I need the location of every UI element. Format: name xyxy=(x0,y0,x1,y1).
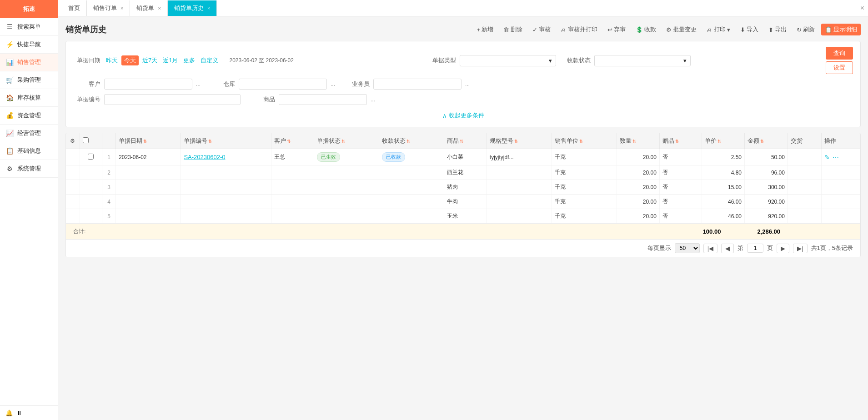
shortcut-last1month[interactable]: 近1月 xyxy=(161,55,180,65)
show-detail-button[interactable]: 📋 显示明细 xyxy=(821,24,861,35)
row2-num: 2 xyxy=(102,165,116,180)
close-history-icon[interactable]: × xyxy=(207,5,210,11)
row3-doc-status xyxy=(314,180,379,195)
sidebar-item-sales-mgmt[interactable]: 📊 销售管理 xyxy=(0,54,58,71)
next-page-button[interactable]: ▶ xyxy=(777,244,789,253)
th-doc-status[interactable]: 单据状态 ⇅ xyxy=(314,133,379,149)
last-page-button[interactable]: ▶| xyxy=(793,244,807,253)
th-goods[interactable]: 商品 ⇅ xyxy=(444,133,487,149)
refresh-icon: ↻ xyxy=(797,26,802,33)
th-spec-type[interactable]: 规格型号 ⇅ xyxy=(487,133,552,149)
sidebar-label-inventory: 库存核算 xyxy=(17,94,41,102)
th-doc-no[interactable]: 单据编号 ⇅ xyxy=(181,133,271,149)
sidebar-item-finance-mgmt[interactable]: 💰 资金管理 xyxy=(0,107,58,125)
footer-values: 100.00 2,286.00 xyxy=(85,228,853,235)
import-button[interactable]: ⬇ 导入 xyxy=(737,24,762,35)
shortcut-today[interactable]: 今天 xyxy=(121,55,139,65)
goods-input[interactable] xyxy=(279,94,367,105)
audit-button[interactable]: ✓ 审核 xyxy=(529,24,554,35)
tab-home[interactable]: 首页 xyxy=(62,0,87,16)
sidebar-item-base-info[interactable]: 📋 基础信息 xyxy=(0,142,58,160)
notification-icon[interactable]: 🔔 xyxy=(5,410,13,416)
salesperson-more-dots[interactable]: ... xyxy=(465,81,470,87)
th-gift[interactable]: 赠品 ⇅ xyxy=(659,133,702,149)
sidebar-item-quick-nav[interactable]: ⚡ 快捷导航 xyxy=(0,36,58,54)
sidebar-item-search-menu[interactable]: ☰ 搜索菜单 xyxy=(0,18,58,36)
goods-more-dots[interactable]: ... xyxy=(371,96,375,103)
tab-sales-order[interactable]: 销售订单 × xyxy=(87,0,130,16)
page-number-input[interactable] xyxy=(747,244,763,253)
row3-quantity: 20.00 xyxy=(617,180,660,195)
audit-print-button[interactable]: 🖨 审核并打印 xyxy=(557,24,601,35)
row3-action xyxy=(822,180,860,195)
row2-gift: 否 xyxy=(659,165,702,180)
window-close-button[interactable]: × xyxy=(860,4,864,12)
query-button[interactable]: 查询 xyxy=(826,47,853,60)
pause-icon[interactable]: ⏸ xyxy=(16,410,22,416)
customer-more-dots[interactable]: ... xyxy=(196,81,201,87)
sidebar-item-operation-mgmt[interactable]: 📈 经营管理 xyxy=(0,125,58,142)
shortcut-custom[interactable]: 自定义 xyxy=(199,55,220,65)
collapse-icon: ∧ xyxy=(442,112,447,119)
warehouse-input[interactable] xyxy=(239,79,327,90)
tab-sales-delivery[interactable]: 销货单 × xyxy=(130,0,167,16)
export-button[interactable]: ⬆ 导出 xyxy=(765,24,790,35)
sidebar-item-purchase-mgmt[interactable]: 🛒 采购管理 xyxy=(0,71,58,89)
delete-icon: 🗑 xyxy=(503,26,509,33)
collect-button[interactable]: 💲 收款 xyxy=(632,24,660,35)
th-gear[interactable]: ⚙ xyxy=(66,133,80,149)
warehouse-more-dots[interactable]: ... xyxy=(331,81,335,87)
first-page-button[interactable]: |◀ xyxy=(703,244,717,253)
payment-status-select[interactable]: ▾ xyxy=(594,55,691,66)
close-sales-delivery-icon[interactable]: × xyxy=(158,5,161,11)
th-doc-date[interactable]: 单据日期 ⇅ xyxy=(116,133,181,149)
delete-button[interactable]: 🗑 删除 xyxy=(500,24,526,35)
prev-page-button[interactable]: ◀ xyxy=(721,244,734,253)
filter-row-3: 单据编号 商品 ... xyxy=(73,94,853,105)
doc-no-input[interactable] xyxy=(104,94,241,105)
batch-change-button[interactable]: ⚙ 批量变更 xyxy=(662,24,700,35)
th-customer[interactable]: 客户 ⇅ xyxy=(271,133,314,149)
row3-doc-date xyxy=(116,180,181,195)
goods-label: 商品 xyxy=(248,95,275,104)
sort-quantity-icon: ⇅ xyxy=(632,139,636,144)
shortcut-yesterday[interactable]: 昨天 xyxy=(104,55,120,65)
row1-doc-no[interactable]: SA-20230602-0 xyxy=(181,149,271,165)
tab-sales-delivery-history[interactable]: 销货单历史 × xyxy=(168,0,217,16)
th-quantity[interactable]: 数量 ⇅ xyxy=(617,133,660,149)
row4-amount: 920.00 xyxy=(745,195,788,209)
select-all-checkbox[interactable] xyxy=(83,137,89,143)
sort-doc-status-icon: ⇅ xyxy=(341,139,345,144)
sidebar-item-sys-mgmt[interactable]: ⚙ 系统管理 xyxy=(0,160,58,178)
refresh-button[interactable]: ↻ 刷新 xyxy=(793,24,818,35)
th-checkbox[interactable] xyxy=(80,133,102,149)
new-button[interactable]: + 新增 xyxy=(473,24,497,35)
doc-type-select[interactable]: ▾ xyxy=(460,55,556,66)
per-page-label: 每页显示 xyxy=(647,244,671,252)
row4-customer xyxy=(271,195,314,209)
shortcut-more[interactable]: 更多 xyxy=(181,55,197,65)
row1-gift: 否 xyxy=(659,149,702,165)
row1-more-icon[interactable]: ⋯ xyxy=(833,154,839,161)
query-buttons: 查询 设置 xyxy=(826,47,853,74)
row2-goods: 西兰花 xyxy=(444,165,487,180)
th-payment-status[interactable]: 收款状态 ⇅ xyxy=(379,133,444,149)
per-page-select[interactable]: 50 100 200 xyxy=(675,243,700,253)
sidebar-item-inventory[interactable]: 🏠 库存核算 xyxy=(0,89,58,107)
setup-button[interactable]: 设置 xyxy=(826,61,853,74)
row1-edit-icon[interactable]: ✎ xyxy=(824,154,830,161)
salesperson-input[interactable] xyxy=(373,79,462,90)
th-amount[interactable]: 金额 ⇅ xyxy=(745,133,788,149)
th-sales-unit[interactable]: 销售单位 ⇅ xyxy=(552,133,617,149)
row2-doc-date xyxy=(116,165,181,180)
row5-action xyxy=(822,209,860,224)
shortcut-last7days[interactable]: 近7天 xyxy=(140,55,159,65)
close-sales-order-icon[interactable]: × xyxy=(120,5,123,11)
customer-input[interactable] xyxy=(104,79,192,90)
row1-checkbox[interactable] xyxy=(80,149,102,165)
print-button[interactable]: 🖨 打印 ▾ xyxy=(703,24,734,35)
abandon-button[interactable]: ↩ 弃审 xyxy=(604,24,629,35)
th-unit-price[interactable]: 单价 ⇅ xyxy=(702,133,745,149)
new-icon: + xyxy=(477,26,480,33)
collapse-button[interactable]: ∧ 收起更多条件 xyxy=(73,110,853,121)
